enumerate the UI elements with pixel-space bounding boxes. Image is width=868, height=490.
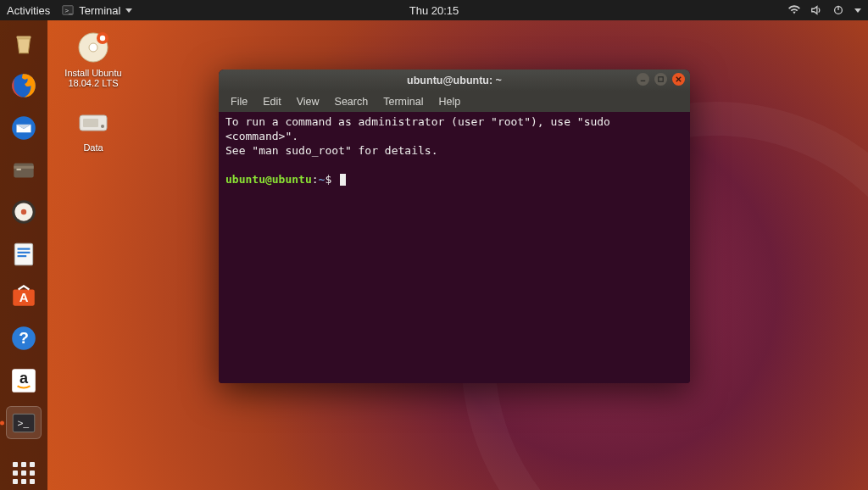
terminal-icon: >_: [62, 4, 74, 16]
menu-search[interactable]: Search: [328, 94, 376, 109]
dock-libreoffice-writer[interactable]: [6, 237, 42, 271]
menu-help[interactable]: Help: [431, 94, 467, 109]
dock-thunderbird[interactable]: [6, 111, 42, 145]
svg-point-26: [89, 43, 97, 52]
terminal-motd-line: To run a command as administrator (user …: [225, 115, 617, 142]
dock-rhythmbox[interactable]: [6, 196, 42, 230]
menu-file[interactable]: File: [224, 94, 254, 109]
svg-rect-4: [17, 36, 31, 38]
window-maximize-button[interactable]: [654, 73, 667, 86]
svg-text:a: a: [19, 370, 29, 387]
svg-rect-30: [83, 119, 98, 127]
svg-point-31: [101, 125, 104, 128]
menu-terminal[interactable]: Terminal: [376, 94, 430, 109]
dock-terminal[interactable]: >_: [6, 406, 42, 440]
clock[interactable]: Thu 20:15: [409, 4, 459, 17]
window-title: ubuntu@ubuntu: ~: [407, 75, 502, 86]
dock-ubuntu-software[interactable]: A: [6, 280, 42, 314]
desktop-icon-label: Data: [63, 142, 124, 153]
app-menu-label: Terminal: [79, 4, 120, 17]
terminal-body[interactable]: To run a command as administrator (user …: [219, 112, 690, 383]
menu-edit[interactable]: Edit: [256, 94, 288, 109]
cd-installer-icon: [75, 29, 112, 66]
svg-point-12: [21, 209, 26, 214]
dock-files[interactable]: [6, 153, 42, 187]
desktop-data-drive[interactable]: Data: [63, 103, 124, 153]
terminal-menubar: File Edit View Search Terminal Help: [219, 92, 690, 112]
terminal-motd-line: See "man sudo_root" for details.: [225, 144, 437, 157]
dock-trash[interactable]: [6, 27, 42, 61]
svg-rect-33: [659, 77, 663, 81]
prompt-suffix: $: [325, 173, 331, 186]
svg-point-28: [100, 36, 105, 41]
drive-icon: [75, 103, 112, 141]
chevron-down-icon: [125, 8, 132, 13]
show-applications-button[interactable]: [6, 456, 42, 490]
svg-rect-8: [14, 165, 33, 168]
network-icon[interactable]: [788, 4, 800, 16]
svg-text:>_: >_: [65, 7, 74, 14]
power-icon[interactable]: [832, 4, 844, 16]
dock: A ? a >_: [0, 20, 47, 490]
dock-firefox[interactable]: [6, 70, 42, 103]
svg-text:A: A: [19, 291, 29, 304]
volume-icon[interactable]: [810, 4, 822, 16]
svg-text:?: ?: [19, 330, 29, 348]
svg-rect-16: [18, 255, 27, 257]
terminal-window: ubuntu@ubuntu: ~ File Edit View Search T…: [219, 70, 690, 383]
desktop-icon-label: Install Ubuntu 18.04.2 LTS: [63, 68, 124, 88]
svg-text:>_: >_: [18, 417, 30, 428]
dock-amazon[interactable]: a: [6, 364, 42, 398]
app-menu[interactable]: >_ Terminal: [62, 4, 132, 17]
svg-rect-13: [14, 243, 32, 265]
prompt-sep: :: [312, 173, 319, 186]
prompt-userhost: ubuntu@ubuntu: [225, 173, 312, 186]
desktop-install-ubuntu[interactable]: Install Ubuntu 18.04.2 LTS: [63, 29, 124, 88]
window-titlebar[interactable]: ubuntu@ubuntu: ~: [219, 70, 690, 92]
svg-rect-9: [17, 169, 21, 170]
svg-rect-14: [18, 248, 31, 250]
activities-button[interactable]: Activities: [7, 4, 50, 17]
menu-view[interactable]: View: [290, 94, 326, 109]
svg-rect-15: [18, 252, 31, 253]
dock-help[interactable]: ?: [6, 321, 42, 355]
top-bar: Activities >_ Terminal Thu 20:15: [0, 0, 868, 20]
window-close-button[interactable]: [672, 73, 685, 86]
window-minimize-button[interactable]: [637, 73, 649, 86]
terminal-cursor: [340, 174, 346, 186]
system-menu-chevron-icon[interactable]: [854, 8, 861, 13]
